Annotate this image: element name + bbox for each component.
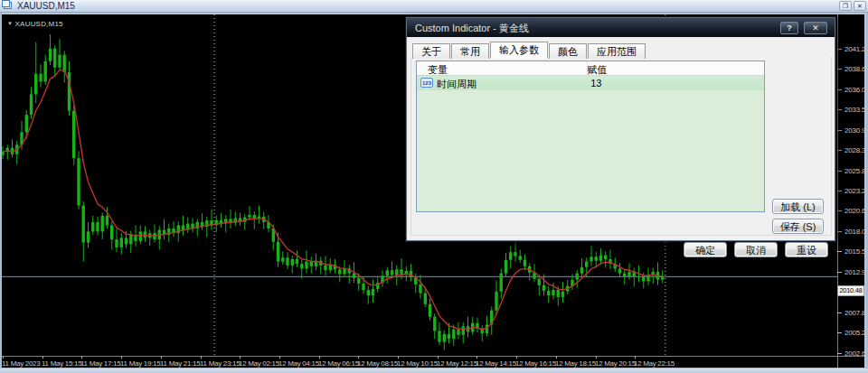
parameter-row[interactable]: 123 时间周期 13 [417,76,764,90]
time-axis-divider [2,356,864,357]
time-tick-mark [3,356,4,359]
time-tick-label: 11 May 19:15 [120,359,160,368]
time-tick-label: 12 May 06:15 [318,359,359,368]
time-tick-mark [81,356,82,359]
dialog-title: Custom Indicator - 黄金线 [415,22,529,35]
price-tick-mark [837,89,842,90]
price-tick-label: 2007.80 [844,309,868,317]
reset-button[interactable]: 重设 [785,242,828,257]
price-tick-label: 2028.35 [844,146,868,154]
price-tick-mark [837,69,842,70]
parameters-table[interactable]: 变量 赋值 123 时间周期 13 [416,61,765,212]
price-tick-label: 2025.80 [844,167,868,175]
time-tick-mark [121,356,122,359]
time-tick-label: 12 May 14:15 [476,359,516,368]
time-tick-label: 12 May 12:15 [437,359,477,368]
time-tick-label: 11 May 2023 [2,359,40,368]
price-tick-label: 2033.50 [844,106,868,114]
window-cascade-icon [4,2,12,9]
window-titlebar[interactable]: XAUUSD,M15 ❐ ✕ [0,0,868,13]
chart-symbol-label[interactable]: ▼ XAUUSD,M15 [7,20,63,28]
price-tick-mark [837,251,842,252]
tab-about[interactable]: 关于 [412,43,450,59]
tab-inputs[interactable]: 输入参数 [490,42,548,59]
column-value: 赋值 [587,63,607,77]
close-window-button[interactable]: ✕ [854,1,866,11]
time-tick-label: 12 May 20:15 [595,359,636,368]
price-tick-mark [837,353,842,354]
ok-button[interactable]: 确定 [684,242,727,257]
parameter-value[interactable]: 13 [590,78,601,89]
time-tick-mark [438,356,439,359]
table-header: 变量 赋值 [417,61,764,76]
time-tick-mark [319,356,320,359]
dialog-titlebar[interactable]: Custom Indicator - 黄金线 ? ✕ [407,18,835,37]
time-tick-label: 12 May 16:15 [515,359,556,368]
tab-scope[interactable]: 应用范围 [588,43,646,59]
price-tick-mark [837,312,842,313]
restore-button[interactable]: ❐ [839,1,852,11]
price-tick-label: 2041.20 [844,45,868,53]
price-tick-label: 2012.95 [844,268,868,276]
time-tick-label: 11 May 17:15 [80,359,120,368]
time-tick-label: 12 May 02:15 [239,359,279,368]
time-tick-mark [596,356,597,359]
time-tick-label: 12 May 10:15 [397,359,438,368]
dialog-body: 关于常用输入参数颜色应用范围 变量 赋值 123 时间周期 13 加载 (L)保… [407,37,835,240]
price-tick-label: 2036.05 [844,86,868,94]
time-tick-mark [42,356,43,359]
time-tick-mark [398,356,399,359]
tab-common[interactable]: 常用 [451,43,489,59]
price-tick-label: 2005.20 [844,329,868,337]
price-tick-label: 2020.65 [844,207,868,215]
price-tick-mark [837,332,842,333]
price-tick-mark [837,49,842,50]
time-tick-mark [476,356,477,359]
price-tick-label: 2015.50 [844,247,868,256]
price-tick-mark [837,130,842,131]
tab-colors[interactable]: 颜色 [549,43,587,59]
parameter-name: 时间周期 [437,78,476,91]
window-bottom-border [0,368,868,373]
dialog-tabs: 关于常用输入参数颜色应用范围 [412,42,646,58]
price-tick-mark [837,150,842,151]
time-tick-label: 11 May 21:15 [160,359,200,368]
application-window: XAUUSD,M15 ❐ ✕ ▼ XAUUSD,M15 2041.202038.… [0,0,868,373]
time-tick-label: 11 May 23:15 [200,359,240,368]
column-divider [587,61,588,76]
time-tick-mark [161,356,162,359]
custom-indicator-dialog: Custom Indicator - 黄金线 ? ✕ 关于常用输入参数颜色应用范… [405,16,836,242]
time-tick-mark [240,356,241,359]
time-tick-label: 12 May 04:15 [278,359,319,368]
price-tick-mark [837,191,842,191]
column-variable: 变量 [428,63,448,77]
save-button[interactable]: 保存 (S) [772,219,824,234]
price-tick-mark [837,210,842,211]
time-tick-mark [279,356,280,359]
price-tick-label: 2018.05 [844,228,868,236]
price-tick-mark [837,231,842,232]
price-tick-label: 2002.65 [844,350,868,358]
price-tick-label: 2038.65 [844,65,868,73]
cancel-button[interactable]: 取消 [734,242,778,257]
price-tick-label: 2023.20 [844,187,868,195]
help-icon[interactable]: ? [780,22,798,34]
price-tick-mark [837,272,842,273]
price-tick-label: 2030.90 [844,126,868,135]
time-tick-mark [635,356,636,359]
load-button[interactable]: 加载 (L) [772,199,824,214]
price-tick-mark [837,109,842,110]
price-tick-mark [837,171,842,172]
time-tick-label: 12 May 08:15 [357,359,398,368]
time-tick-mark [516,356,517,359]
time-tick-mark [556,356,557,359]
current-price-badge: 2010.48 [837,285,864,296]
parameter-int-icon: 123 [420,78,433,88]
time-tick-mark [201,356,202,359]
time-tick-mark [358,356,359,359]
time-tick-label: 12 May 18:15 [555,359,596,368]
close-icon[interactable]: ✕ [804,22,827,34]
time-tick-label: 11 May 15:15 [42,359,81,368]
dropdown-arrow-icon: ▼ [7,21,13,26]
time-tick-label: 12 May 22:15 [634,359,675,368]
